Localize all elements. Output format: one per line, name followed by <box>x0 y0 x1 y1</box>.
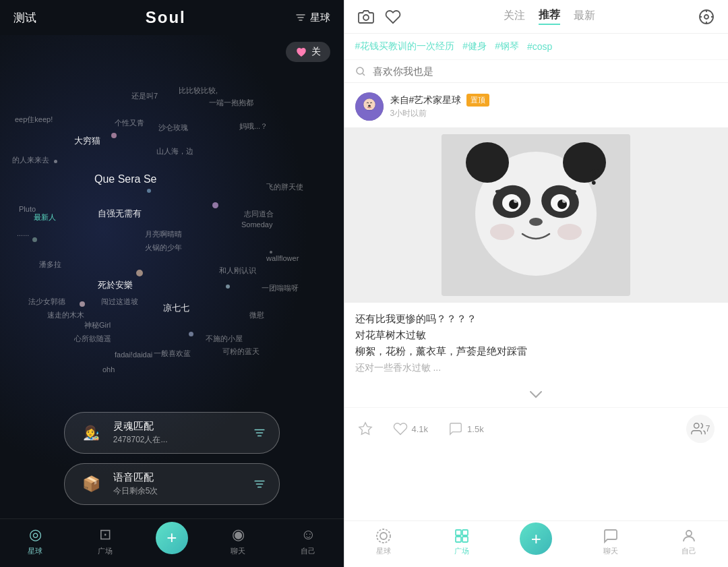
right-nav-plus-button[interactable]: + <box>520 523 552 555</box>
star-label[interactable]: 沙仑玫瑰 <box>158 123 188 133</box>
voice-match-title: 语音匹配 <box>113 471 245 484</box>
filter-icon[interactable] <box>295 12 306 23</box>
voice-match-filter-icon[interactable] <box>253 478 266 490</box>
star-label[interactable]: Someday <box>241 220 272 229</box>
star-label[interactable]: 一团嗡嗡呀 <box>262 283 299 293</box>
star-label[interactable]: 凉七七 <box>163 302 189 314</box>
post-content: 还有比我更惨的吗？？？？ 对花草树木过敏 柳絮，花粉，薰衣草，芦荟是绝对踩雷 还… <box>344 303 728 382</box>
star-label[interactable]: 法少女郭德 <box>28 297 65 307</box>
planet-label[interactable]: 星球 <box>310 11 330 24</box>
star-action-icon <box>358 421 373 436</box>
star-dot-small <box>270 251 272 253</box>
tag-2[interactable]: #健身 <box>462 40 487 53</box>
planet-nav-icon: ◎ <box>29 526 42 543</box>
star-label[interactable]: 比比较比较, <box>179 86 218 96</box>
nav-item-me[interactable]: ☺ 自己 <box>288 526 328 556</box>
tab-recommend[interactable]: 推荐 <box>539 8 560 25</box>
search-input[interactable] <box>373 65 717 77</box>
star-label[interactable]: 火锅的少年 <box>145 243 182 253</box>
star-label[interactable]: fadai!daidai <box>115 351 152 359</box>
svg-point-27 <box>377 529 390 543</box>
left-panel: 测试 Soul 星球 关 <box>0 0 344 567</box>
star-dot <box>136 270 143 276</box>
star-label[interactable]: 的人来来去 <box>12 155 49 165</box>
bottom-nav-left: ◎ 星球 ⊡ 广场 + ◉ 聊天 ☺ 自己 <box>0 518 344 567</box>
star-label[interactable]: 微慰 <box>249 310 264 320</box>
star-label[interactable]: 自强无需有 <box>98 208 142 220</box>
star-label[interactable]: ohh <box>102 365 115 374</box>
camera-icon[interactable] <box>358 9 374 25</box>
star-label[interactable]: 闯过这道坡 <box>101 297 138 307</box>
star-label[interactable]: 大穷猫 <box>74 135 100 147</box>
app-title: Soul <box>146 8 186 27</box>
star-label[interactable]: 不施的小屋 <box>206 334 243 344</box>
tab-follow[interactable]: 关注 <box>504 9 525 24</box>
star-label[interactable]: 速走的木木 <box>47 310 84 320</box>
svg-point-22 <box>514 199 518 203</box>
nav-item-plaza[interactable]: ⊡ 广场 <box>85 526 125 556</box>
post-action-comment[interactable]: 1.5k <box>448 421 484 436</box>
heart-check-icon[interactable] <box>385 9 401 25</box>
star-label[interactable]: 飞的胖天使 <box>266 182 303 192</box>
star-label[interactable]: 个性又青 <box>115 118 144 128</box>
nav-item-chat[interactable]: ◉ 聊天 <box>218 526 258 556</box>
post-action-star[interactable] <box>358 421 373 436</box>
soul-match-sub: 2478702人在... <box>113 434 245 446</box>
tag-4[interactable]: #cosp <box>527 41 552 52</box>
star-label[interactable]: 死於安樂 <box>98 279 133 291</box>
star-label[interactable]: wallflower <box>266 254 299 262</box>
soul-match-button[interactable]: 👩‍🎨 灵魂匹配 2478702人在... <box>64 412 280 454</box>
star-label[interactable]: 最新人 <box>34 212 56 222</box>
voice-match-button[interactable]: 📦 语音匹配 今日剩余5次 <box>64 463 280 505</box>
right-nav-item-plaza[interactable]: 广场 <box>442 528 482 556</box>
star-label[interactable]: eep住keep! <box>15 115 53 125</box>
tag-1[interactable]: #花钱买教训的一次经历 <box>355 40 455 53</box>
nav-plus-button[interactable]: + <box>156 522 188 554</box>
right-nav-item-chat[interactable]: 聊天 <box>590 528 631 556</box>
heart-button[interactable]: 关 <box>286 42 330 62</box>
star-label[interactable]: 心所欲随遥 <box>74 334 111 344</box>
star-label[interactable]: 还是叫7 <box>131 91 158 101</box>
tab-latest[interactable]: 最新 <box>574 9 595 24</box>
match-buttons: 👩‍🎨 灵魂匹配 2478702人在... 📦 <box>64 412 280 505</box>
star-label[interactable]: ...... <box>17 229 29 237</box>
left-header: 测试 Soul 星球 <box>0 0 344 35</box>
post-avatar[interactable] <box>355 92 384 121</box>
right-nav-item-me[interactable]: 自己 <box>669 528 709 556</box>
music-icon[interactable] <box>698 9 715 25</box>
post-action-like[interactable]: 4.1k <box>393 421 429 436</box>
svg-text:?: ? <box>588 163 601 190</box>
soul-match-filter-icon[interactable] <box>253 427 266 439</box>
star-label[interactable]: 神秘Girl <box>84 320 111 330</box>
right-nav-item-planet[interactable]: 星球 <box>363 528 404 556</box>
voice-match-sub: 今日剩余5次 <box>113 485 245 497</box>
star-label[interactable]: 月亮啊晴晴 <box>145 229 182 239</box>
star-label[interactable]: 妈哦...？ <box>239 121 268 131</box>
expand-button[interactable] <box>344 382 728 407</box>
planet-nav-label: 星球 <box>28 546 42 556</box>
svg-point-23 <box>562 199 566 203</box>
star-label[interactable]: 一般喜欢蓝 <box>154 349 191 359</box>
star-dot <box>189 332 193 336</box>
post-avatar-image <box>355 92 384 121</box>
svg-point-26 <box>380 533 387 539</box>
tags-row: #花钱买教训的一次经历 #健身 #钢琴 #cosp <box>344 34 728 60</box>
match-avatar-soul: 👩‍🎨 <box>78 419 105 446</box>
star-label[interactable]: 潘多拉 <box>39 260 61 270</box>
post-action-share[interactable]: 7 <box>686 415 715 443</box>
star-label[interactable]: 一端一抱抱都 <box>209 98 253 108</box>
match-text-soul: 灵魂匹配 2478702人在... <box>113 420 245 446</box>
tag-3[interactable]: #钢琴 <box>495 40 519 53</box>
nav-item-planet[interactable]: ◎ 星球 <box>15 526 55 556</box>
right-plus-icon: + <box>531 529 541 549</box>
star-dot <box>147 189 151 193</box>
star-label[interactable]: Que Sera Se <box>94 173 157 185</box>
right-chat-nav-icon <box>603 528 619 544</box>
star-label[interactable]: 和人刚认识 <box>219 266 256 276</box>
post-text-line-2: 对花草树木过敏 <box>355 327 717 343</box>
star-label[interactable]: 可粉的蓝天 <box>222 347 260 357</box>
star-label[interactable]: 志同道合 <box>244 209 274 219</box>
post-card: 来自#艺术家星球 置顶 3小时以前 <box>344 83 728 520</box>
star-label[interactable]: 山人海，边 <box>156 146 193 156</box>
right-header-tabs: 关注 推荐 最新 <box>504 8 595 25</box>
